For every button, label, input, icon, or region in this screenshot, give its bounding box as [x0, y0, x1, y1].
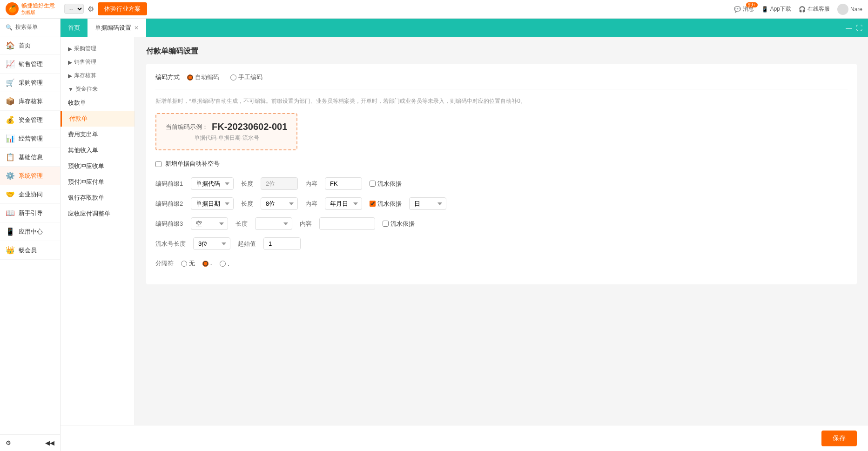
prefix3-serial-check[interactable]	[383, 221, 389, 227]
sidebar-label: 系统管理	[19, 172, 43, 180]
prefix3-label: 编码前缀3	[155, 220, 183, 228]
auto-encode-option[interactable]: 自动编码	[187, 73, 219, 81]
sidebar-item-purchase[interactable]: 🛒 采购管理	[0, 74, 60, 92]
sidebar-search[interactable]: 🔍 搜索菜单	[0, 19, 60, 36]
prefix1-select[interactable]: 单据代码	[191, 177, 234, 190]
sub-item-receipt[interactable]: 收款单	[61, 95, 135, 111]
app-download-label: App下载	[770, 5, 791, 13]
manual-encode-radio[interactable]	[230, 74, 236, 81]
main-content: 付款单编码设置 编码方式 自动编码 手工编码	[135, 37, 868, 425]
prefix3-serial-checkbox[interactable]: 流水依据	[383, 220, 415, 228]
start-value-input[interactable]	[263, 237, 301, 250]
bottom-bar: 保存	[61, 425, 868, 451]
prefix2-serial-checkbox[interactable]: 流水依据	[370, 200, 402, 208]
sidebar-item-home[interactable]: 🏠 首页	[0, 36, 60, 55]
topbar-right: 💬 消息 99+ 📱 App下载 🎧 在线客服 Nare	[734, 4, 862, 15]
manual-encode-option[interactable]: 手工编码	[230, 73, 262, 81]
prefix2-content-select[interactable]: 年月日 年月 年	[325, 197, 362, 210]
sidebar-item-enterprise[interactable]: 🤝 企业协同	[0, 185, 60, 204]
prefix2-serial-select[interactable]: 日 月 年	[409, 197, 446, 210]
sidebar-label: 畅会员	[19, 246, 37, 255]
avatar	[837, 4, 848, 15]
tab-home[interactable]: 首页	[61, 19, 87, 37]
sidebar-item-sales[interactable]: 📈 销售管理	[0, 55, 60, 74]
prefix1-serial-check[interactable]	[370, 181, 376, 187]
prefix1-serial-checkbox[interactable]: 流水依据	[370, 180, 402, 188]
user-info[interactable]: Nare	[837, 4, 862, 15]
sidebar-label: 经营管理	[19, 135, 43, 143]
arrow-icon: ▶	[68, 59, 72, 66]
sub-item-bank-deposit[interactable]: 银行存取款单	[61, 190, 135, 206]
sep-dash-option[interactable]: -	[202, 260, 212, 267]
sub-item-ar-ap-adjust[interactable]: 应收应付调整单	[61, 206, 135, 222]
collapse-icon[interactable]: ◀◀	[45, 439, 54, 446]
sep-dot-radio[interactable]	[220, 261, 226, 267]
tabbar-minimize-icon[interactable]: —	[846, 24, 852, 32]
sidebar-item-basic[interactable]: 📋 基础信息	[0, 148, 60, 167]
experience-button[interactable]: 体验行业方案	[98, 2, 147, 15]
main-layout: 🔍 搜索菜单 🏠 首页 📈 销售管理 🛒 采购管理 📦 库存核算 💰 资金管理 …	[0, 19, 868, 451]
sidebar-item-finance[interactable]: 💰 资金管理	[0, 111, 60, 129]
auto-encode-label: 自动编码	[195, 73, 219, 81]
online-service-btn[interactable]: 🎧 在线客服	[799, 5, 830, 13]
serial-length-select[interactable]: 3位 4位 5位	[193, 237, 230, 250]
purchase-icon: 🛒	[6, 78, 15, 87]
sub-item-prepay-recv[interactable]: 预收冲应收单	[61, 158, 135, 174]
service-icon: 🎧	[799, 6, 806, 13]
app-download-btn[interactable]: 📱 App下载	[761, 5, 791, 13]
sep-dot-option[interactable]: .	[220, 260, 229, 267]
sidebar-item-appcenter[interactable]: 📱 应用中心	[0, 222, 60, 241]
sidebar-item-system[interactable]: ⚙️ 系统管理	[0, 167, 60, 185]
prefix3-content-input[interactable]	[319, 217, 375, 230]
message-btn[interactable]: 💬 消息 99+	[734, 5, 754, 13]
settings-icon[interactable]: ⚙	[87, 5, 94, 13]
prefix2-select[interactable]: 单据日期	[191, 197, 234, 210]
sidebar-item-operations[interactable]: 📊 经营管理	[0, 129, 60, 148]
sub-item-expense[interactable]: 费用支出单	[61, 127, 135, 142]
tab-serial-settings[interactable]: 单据编码设置 ✕	[87, 19, 146, 37]
sub-item-prepay-pay[interactable]: 预付冲应付单	[61, 174, 135, 190]
sub-category-sales[interactable]: ▶ 销售管理	[61, 54, 135, 68]
prefix1-content-label: 内容	[305, 180, 317, 188]
username: Nare	[850, 6, 862, 13]
preview-label-row: 当前编码示例： FK-20230602-001	[166, 121, 287, 132]
company-select[interactable]: --	[64, 4, 84, 14]
sep-dot-label: .	[228, 260, 229, 267]
sep-none-radio[interactable]	[181, 261, 187, 267]
sub-category-inventory[interactable]: ▶ 库存核算	[61, 68, 135, 81]
sidebar-label: 新手引导	[19, 209, 43, 217]
brand-name: 畅捷通好生意	[21, 2, 55, 9]
prefix3-select[interactable]: 空 部门 业务员	[191, 217, 228, 230]
settings-bottom-icon[interactable]: ⚙	[6, 439, 11, 446]
inventory-icon: 📦	[6, 97, 15, 106]
sidebar-label: 企业协同	[19, 190, 43, 199]
sidebar-item-vip[interactable]: 👑 畅会员	[0, 241, 60, 260]
message-badge: 99+	[746, 2, 758, 7]
auto-fill-checkbox[interactable]	[155, 161, 161, 167]
auto-fill-row: 新增单据自动补空号	[155, 160, 848, 168]
save-button[interactable]: 保存	[821, 431, 857, 446]
sep-dash-label: -	[210, 260, 212, 267]
hint-text: 新增单据时，*单据编码*自动生成，不可编辑。前缀设置为部门、业务员等档案类，开单…	[155, 97, 848, 106]
prefix3-length-select[interactable]: 2位 4位	[255, 217, 292, 230]
prefix2-serial-check[interactable]	[370, 201, 376, 207]
sub-item-payment[interactable]: 付款单	[61, 111, 135, 127]
prefix2-length-select[interactable]: 8位 4位 6位	[261, 197, 298, 210]
prefix1-content-input[interactable]	[325, 177, 362, 190]
sub-sidebar: ▶ 采购管理 ▶ 销售管理 ▶ 库存核算 ▼ 资金往来 收款单	[61, 37, 135, 425]
sub-category-purchase[interactable]: ▶ 采购管理	[61, 41, 135, 54]
prefix2-serial-label: 流水依据	[377, 200, 402, 208]
sidebar-item-guide[interactable]: 📖 新手引导	[0, 204, 60, 222]
sep-dash-radio[interactable]	[202, 261, 209, 267]
auto-encode-radio[interactable]	[187, 74, 193, 81]
sidebar-item-inventory[interactable]: 📦 库存核算	[0, 92, 60, 111]
guide-icon: 📖	[6, 209, 15, 217]
sep-none-option[interactable]: 无	[181, 259, 195, 268]
prefix1-row: 编码前缀1 单据代码 长度 内容 流水依据	[155, 177, 848, 190]
arrow-icon: ▶	[68, 73, 72, 79]
tab-close-icon[interactable]: ✕	[134, 25, 139, 31]
sub-item-other-income[interactable]: 其他收入单	[61, 142, 135, 158]
sub-category-funds[interactable]: ▼ 资金往来	[61, 81, 135, 95]
prefix1-length-label: 长度	[241, 180, 253, 188]
tabbar-maximize-icon[interactable]: ⛶	[856, 24, 862, 32]
